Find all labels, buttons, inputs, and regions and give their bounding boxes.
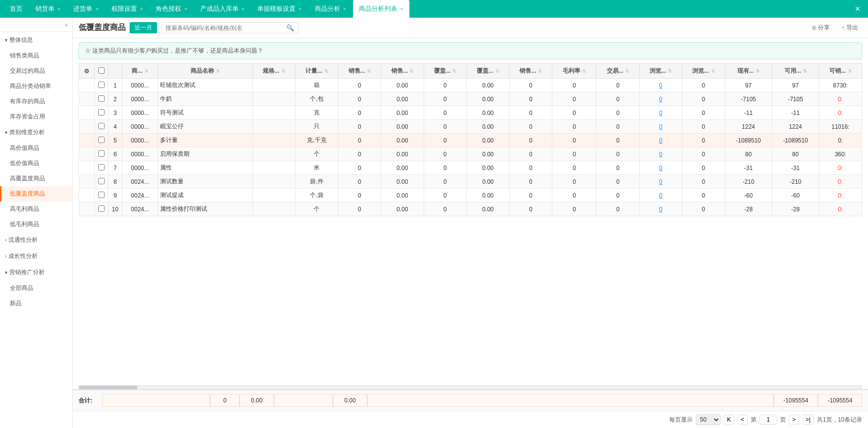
row-select-checkbox[interactable]: [98, 205, 105, 212]
col-sales-amount[interactable]: 销售... ⇅: [381, 64, 424, 79]
last-page-button[interactable]: >|: [802, 415, 814, 425]
browse1-link[interactable]: 0: [659, 192, 662, 199]
col-browse1[interactable]: 浏览... ⇅: [639, 64, 682, 79]
row-select-checkbox[interactable]: [98, 95, 105, 102]
sidebar-item-low-coverage[interactable]: 低覆盖度商品: [0, 186, 72, 201]
col-gross[interactable]: 毛利率 ⇅: [552, 64, 597, 79]
col-checkbox[interactable]: [95, 64, 108, 79]
sidebar-item-traded-goods[interactable]: 交易过的商品: [0, 63, 72, 79]
sidebar-section-growth[interactable]: › 成长性分析: [0, 248, 72, 264]
nav-analysis-close[interactable]: ×: [343, 6, 346, 12]
browse1-link[interactable]: 0: [659, 178, 662, 185]
row-settings[interactable]: [79, 106, 95, 120]
row-settings[interactable]: [79, 134, 95, 147]
nav-purchase-close[interactable]: ×: [95, 6, 98, 12]
sidebar-item-new-goods[interactable]: 新品: [0, 296, 72, 311]
row-browse1[interactable]: 0: [639, 106, 682, 120]
row-settings[interactable]: [79, 189, 95, 202]
nav-sales-close[interactable]: ×: [57, 6, 60, 12]
window-close-button[interactable]: ×: [851, 4, 864, 14]
row-settings[interactable]: [79, 202, 95, 216]
browse1-link[interactable]: 0: [659, 96, 662, 103]
nav-products-in-close[interactable]: ×: [242, 6, 244, 12]
row-browse1[interactable]: 0: [639, 79, 682, 92]
row-browse1[interactable]: 0: [639, 161, 682, 175]
sidebar-item-high-coverage[interactable]: 高覆盖度商品: [0, 171, 72, 186]
nav-template-close[interactable]: ×: [298, 6, 301, 12]
row-select-checkbox[interactable]: [98, 150, 105, 157]
col-trans[interactable]: 交易... ⇅: [597, 64, 639, 79]
settings-icon[interactable]: ⚙: [84, 68, 89, 75]
horizontal-scrollbar[interactable]: [79, 385, 862, 389]
col-sales-qty[interactable]: 销售... ⇅: [338, 64, 381, 79]
row-browse1[interactable]: 0: [639, 147, 682, 161]
row-select-checkbox[interactable]: [98, 137, 105, 143]
col-name[interactable]: 商品名称 ⇅: [158, 64, 252, 79]
row-settings[interactable]: [79, 161, 95, 175]
col-browse2[interactable]: 浏览... ⇅: [682, 64, 725, 79]
row-settings[interactable]: [79, 79, 95, 92]
nav-home[interactable]: 首页: [4, 0, 28, 18]
row-settings[interactable]: [79, 147, 95, 161]
col-coverage1[interactable]: 覆盖... ⇅: [424, 64, 466, 79]
row-checkbox[interactable]: [95, 106, 108, 120]
row-checkbox[interactable]: [95, 202, 108, 216]
col-spec[interactable]: 规格... ⇅: [252, 64, 295, 79]
row-select-checkbox[interactable]: [98, 178, 105, 184]
nav-analysis[interactable]: 商品分析 ×: [309, 0, 352, 18]
period-button[interactable]: 近一月: [130, 22, 157, 33]
nav-roles[interactable]: 角色授权 ×: [150, 0, 193, 18]
page-size-select[interactable]: 50 10 20 100: [696, 414, 721, 425]
row-checkbox[interactable]: [95, 175, 108, 189]
nav-sales[interactable]: 销货单 ×: [29, 0, 66, 18]
nav-purchase[interactable]: 进货单 ×: [67, 0, 104, 18]
sidebar-item-inventory-capital[interactable]: 库存资金占用: [0, 109, 72, 124]
browse1-link[interactable]: 0: [659, 151, 662, 158]
sidebar-collapse-icon[interactable]: «: [64, 21, 68, 29]
row-browse1[interactable]: 0: [639, 134, 682, 147]
sidebar-section-category[interactable]: ▾ 类别维度分析: [0, 124, 72, 141]
row-select-checkbox[interactable]: [98, 123, 105, 129]
sidebar-item-low-profit[interactable]: 低毛利商品: [0, 217, 72, 232]
browse1-link[interactable]: 0: [659, 206, 662, 213]
row-browse1[interactable]: 0: [639, 189, 682, 202]
prev-page-button[interactable]: <: [737, 415, 748, 425]
page-number-input[interactable]: [760, 415, 777, 425]
row-settings[interactable]: [79, 92, 95, 106]
nav-permissions-close[interactable]: ×: [140, 6, 143, 12]
search-icon[interactable]: 🔍: [286, 24, 294, 31]
sidebar-item-sales-goods[interactable]: 销售类商品: [0, 48, 72, 63]
col-code[interactable]: 商... ⇅: [122, 64, 158, 79]
sidebar-item-high-value[interactable]: 高价值商品: [0, 141, 72, 156]
browse1-link[interactable]: 0: [659, 110, 662, 116]
row-select-checkbox[interactable]: [98, 164, 105, 171]
row-browse1[interactable]: 0: [639, 175, 682, 189]
row-checkbox[interactable]: [95, 120, 108, 134]
sidebar-section-flow[interactable]: › 流通性分析: [0, 232, 72, 248]
row-browse1[interactable]: 0: [639, 202, 682, 216]
export-button[interactable]: ↑ 导出: [838, 22, 862, 34]
next-page-button[interactable]: >: [789, 415, 799, 425]
col-stock[interactable]: 现有... ⇅: [725, 64, 772, 79]
row-checkbox[interactable]: [95, 189, 108, 202]
nav-template[interactable]: 单据模板设置 ×: [251, 0, 307, 18]
row-checkbox[interactable]: [95, 79, 108, 92]
col-available[interactable]: 可用... ⇅: [772, 64, 819, 79]
row-select-checkbox[interactable]: [98, 192, 105, 198]
row-checkbox[interactable]: [95, 147, 108, 161]
row-browse1[interactable]: 0: [639, 92, 682, 106]
scrollbar-thumb[interactable]: [79, 386, 137, 389]
row-select-checkbox[interactable]: [98, 109, 105, 115]
col-saleable[interactable]: 可销... ⇅: [819, 64, 862, 79]
col-settings[interactable]: ⚙: [79, 64, 95, 79]
search-input[interactable]: [165, 25, 286, 31]
sidebar-item-high-profit[interactable]: 高毛利商品: [0, 201, 72, 217]
row-select-checkbox[interactable]: [98, 82, 105, 88]
nav-analysis-list[interactable]: 商品分析列表 ×: [353, 0, 409, 18]
row-checkbox[interactable]: [95, 161, 108, 175]
nav-analysis-list-close[interactable]: ×: [400, 6, 403, 12]
share-button[interactable]: ⎘ 分享: [809, 22, 834, 34]
nav-roles-close[interactable]: ×: [184, 6, 187, 12]
sidebar-section-marketing[interactable]: ▾ 营销推广分析: [0, 264, 72, 281]
browse1-link[interactable]: 0: [659, 82, 662, 89]
